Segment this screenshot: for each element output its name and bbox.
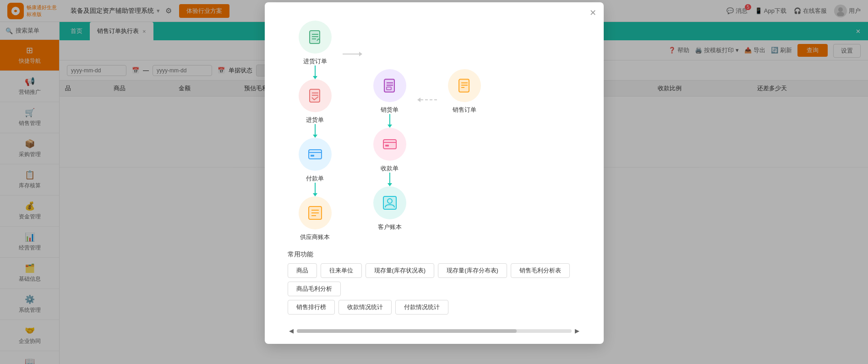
flow-node-receipt[interactable]: 收款单 [362, 128, 417, 173]
sales-bill-label: 销货单 [381, 106, 399, 114]
common-funcs: 常用功能 商品 往来单位 现存量(库存状况表) 现存量(库存分布表) 销售毛利分… [278, 250, 590, 315]
func-buttons-row2: 销售排行榜 收款情况统计 付款情况统计 [288, 300, 581, 315]
func-buttons: 商品 往来单位 现存量(库存状况表) 现存量(库存分布表) 销售毛利分析表 商品… [288, 263, 581, 296]
svg-rect-26 [383, 140, 396, 149]
flow-node-sales-bill[interactable]: 销货单 [362, 69, 417, 114]
purchase-order-label: 进货订单 [303, 57, 327, 65]
func-btn-product-gross[interactable]: 商品毛利分析 [288, 282, 341, 296]
receipt-icon [373, 128, 406, 161]
func-btn-sales-gross[interactable]: 销售毛利分析表 [511, 263, 570, 278]
purchase-bill-label: 进货单 [306, 116, 324, 124]
scroll-right-btn[interactable]: ▶ [573, 327, 581, 335]
modal-close-btn[interactable]: ✕ [590, 8, 596, 18]
modal-overlay[interactable]: ✕ 进货订单 [0, 0, 868, 364]
flow-node-purchase-bill[interactable]: 进货单 [288, 79, 343, 124]
payment-label: 付款单 [306, 174, 324, 183]
flow-modal: ✕ 进货订单 [265, 2, 604, 344]
svg-rect-29 [385, 145, 389, 147]
common-funcs-title: 常用功能 [288, 250, 581, 259]
scroll-track[interactable] [297, 329, 572, 333]
flow-node-supplier-account[interactable]: 供应商账本 [288, 196, 343, 241]
func-btn-stock-dist[interactable]: 现存量(库存分布表) [438, 263, 507, 278]
func-btn-sales-rank[interactable]: 销售排行榜 [288, 300, 335, 315]
flow-node-payment[interactable]: 付款单 [288, 138, 343, 183]
func-btn-counterpart[interactable]: 往来单位 [321, 263, 362, 278]
sales-order-label: 销售订单 [453, 106, 476, 114]
payment-icon [299, 138, 332, 171]
sales-order-icon [448, 69, 481, 102]
svg-rect-12 [309, 150, 322, 159]
sales-bill-icon [373, 69, 406, 102]
purchase-bill-icon [299, 79, 332, 112]
flow-node-sales-order[interactable]: 销售订单 [437, 69, 492, 114]
func-btn-receipt-stat[interactable]: 收款情况统计 [338, 300, 392, 315]
modal-scrollbar: ◀ ▶ [278, 322, 590, 335]
func-btn-product[interactable]: 商品 [288, 263, 317, 278]
supplier-account-icon [299, 196, 332, 229]
supplier-account-label: 供应商账本 [300, 233, 330, 241]
scroll-left-btn[interactable]: ◀ [288, 327, 295, 335]
svg-rect-15 [311, 155, 314, 157]
customer-account-label: 客户账本 [378, 223, 402, 231]
flow-node-customer-account[interactable]: 客户账本 [362, 186, 417, 231]
customer-account-icon [373, 186, 406, 219]
receipt-label: 收款单 [381, 164, 399, 173]
purchase-order-icon [299, 21, 332, 54]
flow-node-purchase-order[interactable]: 进货订单 [288, 21, 343, 65]
scroll-thumb [297, 329, 517, 333]
func-btn-stock-status[interactable]: 现存量(库存状况表) [366, 263, 435, 278]
func-btn-payment-stat[interactable]: 付款情况统计 [395, 300, 448, 315]
